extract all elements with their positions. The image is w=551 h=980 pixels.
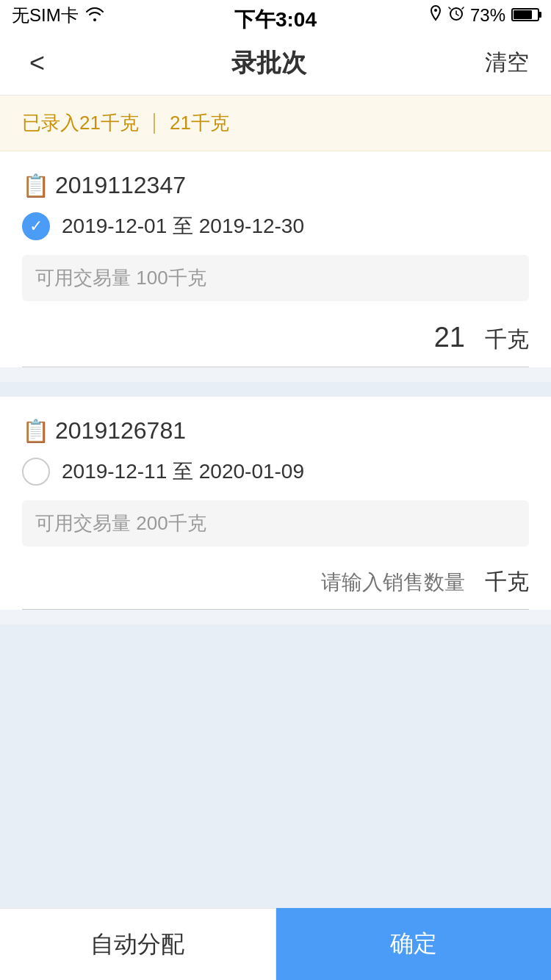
check-icon: ✓ <box>29 217 43 236</box>
section-divider <box>0 382 551 397</box>
wifi-icon <box>84 5 105 26</box>
batch-1-avail: 可用交易量 100千克 <box>22 255 529 301</box>
batch-2-date: 2019-12-11 至 2020-01-09 <box>62 458 304 486</box>
sim-label: 无SIM卡 <box>12 4 79 27</box>
batch-2-id: 2019126781 <box>55 417 186 444</box>
batch-1-amount-row: 千克 <box>0 316 551 367</box>
batch-2-avail: 可用交易量 200千克 <box>22 500 529 547</box>
page-title: 录批次 <box>231 46 306 80</box>
recorded-amount: 已录入21千克 <box>22 110 139 136</box>
status-bar: 无SIM卡 下午3:04 73% <box>0 0 551 31</box>
nav-bar: < 录批次 清空 <box>0 31 551 96</box>
batch-1-date-row[interactable]: ✓ 2019-12-01 至 2019-12-30 <box>0 206 551 249</box>
auto-distribute-button[interactable]: 自动分配 <box>0 908 276 980</box>
location-icon <box>429 5 442 26</box>
batch-1-amount-input[interactable] <box>388 322 476 353</box>
total-amount: 21千克 <box>170 110 229 136</box>
confirm-button[interactable]: 确定 <box>276 908 552 980</box>
batch-card-1: 📋 2019112347 ✓ 2019-12-01 至 2019-12-30 可… <box>0 151 551 367</box>
battery-percent: 73% <box>470 5 505 26</box>
batch-2-radio[interactable] <box>22 458 50 486</box>
empty-area <box>0 624 551 940</box>
svg-point-0 <box>434 9 437 12</box>
batch-2-unit: 千克 <box>485 567 529 597</box>
batch-1-id: 2019112347 <box>55 172 186 199</box>
batch-2-amount-row: 千克 <box>0 561 551 609</box>
batch-2-header: 📋 2019126781 <box>0 397 551 452</box>
batch-icon-2: 📋 <box>22 418 49 444</box>
batch-1-date: 2019-12-01 至 2019-12-30 <box>62 212 304 240</box>
bottom-bar: 自动分配 确定 <box>0 908 551 980</box>
batch-card-2: 📋 2019126781 2019-12-11 至 2020-01-09 可用交… <box>0 397 551 610</box>
batch-1-underline <box>22 367 529 367</box>
info-divider <box>154 113 155 134</box>
status-time: 下午3:04 <box>234 6 317 34</box>
batch-1-radio[interactable]: ✓ <box>22 212 50 240</box>
clear-button[interactable]: 清空 <box>485 48 529 78</box>
batch-2-amount-input[interactable] <box>285 571 476 594</box>
info-banner: 已录入21千克 21千克 <box>0 96 551 151</box>
battery-icon <box>511 5 539 26</box>
batch-1-unit: 千克 <box>485 325 529 355</box>
batch-2-date-row[interactable]: 2019-12-11 至 2020-01-09 <box>0 452 551 494</box>
alarm-icon <box>448 5 464 26</box>
batch-2-underline <box>22 609 529 610</box>
batch-1-header: 📋 2019112347 <box>0 151 551 206</box>
back-button[interactable]: < <box>22 40 52 86</box>
batch-icon-1: 📋 <box>22 173 49 198</box>
